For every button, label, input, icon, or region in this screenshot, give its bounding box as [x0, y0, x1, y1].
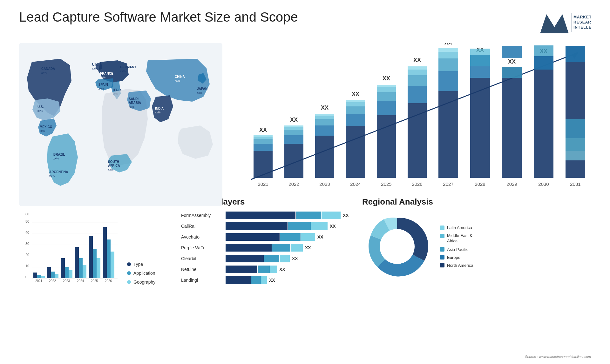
player-bar-light-6 — [261, 276, 267, 284]
svg-text:BRAZIL: BRAZIL — [53, 153, 65, 156]
svg-text:XX: XX — [444, 43, 452, 46]
svg-rect-47 — [284, 135, 303, 144]
svg-rect-138 — [83, 265, 86, 278]
svg-text:2024: 2024 — [350, 181, 361, 187]
svg-text:ARABIA: ARABIA — [129, 101, 141, 104]
legend-geo-label: Geography — [133, 280, 155, 285]
player-bar-dark-6 — [226, 276, 251, 284]
svg-text:GERMANY: GERMANY — [120, 65, 136, 69]
legend-europe-label: Europe — [447, 255, 460, 260]
logo-svg: MARKET RESEARCH INTELLECT — [537, 10, 591, 37]
svg-text:xx%: xx% — [53, 157, 59, 160]
svg-text:xx%: xx% — [120, 70, 125, 73]
svg-text:xx%: xx% — [41, 71, 47, 74]
svg-text:2021: 2021 — [258, 181, 268, 187]
legend-apac: Asia Pacific — [440, 247, 473, 252]
player-row-3: Purple WiFi XX — [181, 244, 353, 252]
player-bar-dark-2 — [226, 233, 280, 241]
svg-rect-132 — [61, 258, 65, 278]
legend-europe-dot — [440, 255, 444, 260]
svg-rect-105 — [534, 56, 553, 70]
player-row-1: CallRail XX — [181, 222, 353, 230]
svg-text:2029: 2029 — [506, 181, 517, 187]
svg-rect-39 — [254, 151, 273, 178]
svg-rect-64 — [346, 100, 365, 102]
logo: MARKET RESEARCH INTELLECT — [537, 10, 591, 37]
svg-rect-56 — [315, 116, 334, 119]
svg-text:XX: XX — [572, 43, 579, 44]
svg-rect-40 — [254, 144, 273, 151]
svg-rect-61 — [346, 114, 365, 126]
svg-text:INDIA: INDIA — [155, 107, 164, 110]
svg-rect-70 — [377, 87, 396, 92]
svg-rect-95 — [534, 56, 553, 178]
svg-text:30: 30 — [25, 242, 29, 246]
svg-text:xx%: xx% — [49, 174, 55, 178]
svg-rect-107 — [566, 46, 585, 62]
svg-rect-71 — [377, 85, 396, 87]
svg-text:2031: 2031 — [570, 181, 580, 187]
player-bar-light-0 — [322, 212, 341, 219]
svg-rect-69 — [377, 92, 396, 101]
player-val-0: XX — [343, 213, 349, 218]
svg-text:2028: 2028 — [475, 181, 485, 187]
svg-text:2030: 2030 — [538, 181, 549, 187]
svg-rect-137 — [79, 258, 83, 278]
player-bar-mid-1 — [288, 222, 311, 230]
svg-rect-128 — [47, 267, 51, 278]
svg-rect-46 — [284, 144, 303, 178]
svg-text:SPAIN: SPAIN — [98, 83, 108, 86]
svg-point-148 — [380, 229, 415, 264]
legend-geo-dot — [127, 280, 131, 284]
svg-rect-125 — [37, 275, 41, 278]
player-name-0: FormAssembly — [181, 213, 222, 218]
legend-latin-label: Latin America — [447, 225, 472, 230]
player-val-5: XX — [279, 267, 285, 272]
svg-text:XX: XX — [508, 58, 516, 65]
svg-text:50: 50 — [25, 219, 29, 223]
svg-rect-142 — [97, 258, 100, 278]
svg-rect-82 — [438, 71, 458, 91]
svg-rect-67 — [377, 115, 396, 178]
svg-rect-60 — [346, 126, 365, 178]
svg-text:CANADA: CANADA — [41, 67, 55, 71]
svg-rect-81 — [438, 91, 458, 178]
svg-text:FRANCE: FRANCE — [100, 72, 113, 75]
svg-text:2023: 2023 — [63, 279, 70, 283]
svg-rect-110 — [566, 151, 585, 160]
svg-rect-108 — [566, 119, 585, 138]
legend-na: North America — [440, 263, 473, 268]
regional-section: Regional Analysis — [362, 197, 591, 287]
svg-rect-103 — [502, 46, 522, 58]
player-name-2: Avochato — [181, 234, 222, 239]
svg-rect-85 — [438, 48, 458, 52]
svg-rect-54 — [315, 125, 334, 136]
svg-rect-62 — [346, 106, 365, 114]
player-bar-dark-5 — [226, 266, 257, 273]
svg-text:2021: 2021 — [35, 279, 43, 283]
svg-rect-68 — [377, 101, 396, 115]
segmentation-legend: Type Application Geography — [127, 262, 155, 285]
player-row-0: FormAssembly XX — [181, 212, 353, 219]
page-title: Lead Capture Software Market Size and Sc… — [19, 10, 298, 25]
player-bar-light-4 — [280, 255, 290, 262]
svg-text:XX: XX — [259, 127, 267, 133]
svg-rect-50 — [284, 125, 303, 127]
svg-rect-136 — [75, 247, 79, 278]
svg-text:xx%: xx% — [175, 79, 180, 82]
svg-rect-133 — [65, 267, 69, 278]
svg-text:xx%: xx% — [100, 76, 105, 79]
legend-mea-label: Middle East &Africa — [447, 233, 472, 244]
svg-marker-0 — [540, 14, 569, 33]
legend-app-dot — [127, 271, 131, 275]
key-players-section: Top Key Players FormAssembly XX CallRail — [181, 197, 353, 287]
player-bar-mid-3 — [272, 244, 290, 252]
player-row-6: Landingi XX — [181, 276, 353, 284]
source-label: Source : www.marketresearchintellect.com — [525, 355, 591, 359]
svg-text:2023: 2023 — [319, 181, 330, 187]
svg-rect-104 — [502, 67, 522, 78]
segmentation-section: Market Segmentation 0 10 20 30 40 50 60 — [19, 197, 172, 287]
growth-chart-section: XX 2021 XX 2022 XX 2023 — [229, 43, 591, 206]
svg-rect-126 — [41, 276, 45, 278]
svg-text:10: 10 — [25, 264, 29, 268]
